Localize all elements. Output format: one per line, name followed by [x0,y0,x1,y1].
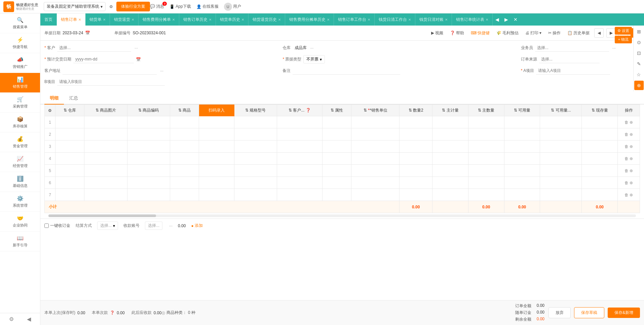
warehouse-more-icon[interactable]: ··· [310,46,313,50]
prev-record-btn[interactable]: ◀ [594,28,604,38]
tab-order-workbench[interactable]: 销售订单工作台 ✕ [334,13,375,26]
th-spec[interactable]: ⇅ 规格型号 [234,105,277,116]
tab-close-goods-history-icon[interactable]: ✕ [241,18,244,22]
row3-copy-icon[interactable]: ⊕ [630,144,633,149]
salesperson-input[interactable] [535,44,609,52]
tab-detail[interactable]: 明细 [44,92,64,105]
th-scan[interactable]: 扫码录入 [199,105,234,116]
row7-delete-icon[interactable]: 🗑 [624,193,629,197]
row2-copy-icon[interactable]: ⊕ [630,132,633,137]
th-image[interactable]: ⇅ 商品图片 [84,105,127,116]
video-btn[interactable]: ▶ 视频 [429,30,445,37]
sidebar-item-sales[interactable]: 📊 销售管理 [0,73,40,93]
right-panel-btn5[interactable]: ☆ [634,70,644,79]
profit-btn[interactable]: 🌾 毛利预估 [494,30,521,37]
add-material-button[interactable]: + 物流 [615,36,632,43]
b-project-input[interactable] [57,78,165,86]
one-click-checkbox-label[interactable]: 一键收订金 [44,223,70,229]
notes-input[interactable] [293,67,400,75]
th-qty2[interactable]: ⇅ 数量2 [400,105,432,116]
sidebar-collapse-icon[interactable]: ◀ [27,316,31,322]
save-draft-button[interactable]: 保存草稿 [574,307,604,318]
sidebar-item-quick-nav[interactable]: ⚡ 快捷导航 [0,33,40,53]
tab-close-all-button[interactable]: ✕ [511,17,520,22]
row5-delete-icon[interactable]: 🗑 [624,168,629,173]
tab-stats[interactable]: 销售订单统计表 ✕ [452,13,493,26]
th-main-qty[interactable]: ⇅ 主数量 [468,105,504,116]
tab-summary[interactable]: 汇总 [64,92,83,105]
tab-close-goods-return-icon[interactable]: ✕ [131,18,134,22]
sidebar-item-marketing[interactable]: 📣 营销推广 [0,53,40,73]
right-panel-btn3[interactable]: ⊡ [634,48,644,58]
row4-delete-icon[interactable]: 🗑 [624,156,629,161]
tab-close-icon[interactable]: ✕ [78,18,81,22]
right-panel-btn2[interactable]: ⊙ [634,38,644,47]
online-service[interactable]: 👤 在线客服 [196,4,219,9]
right-panel-btn6[interactable]: ⊕ [634,81,644,90]
footer-more-icon[interactable]: ··· [169,224,173,228]
history-btn[interactable]: 📋 历史单据 [565,30,592,37]
sidebar-item-inventory[interactable]: 📦 库存核算 [0,113,40,132]
row4-copy-icon[interactable]: ⊕ [630,156,633,161]
th-product[interactable]: ⇅ 商品 [170,105,199,116]
tab-return-history[interactable]: 销货退货历史 ✕ [249,13,285,26]
th-code[interactable]: ⇅ 商品编码 [127,105,170,116]
account-select[interactable]: 选择... [145,221,162,230]
tab-daily-reconcile[interactable]: 钱货日清对账 ✕ [415,13,452,26]
tab-home[interactable]: 首页 [40,13,57,26]
save-new-button[interactable]: 保存&新增 [608,308,640,318]
th-customer-code[interactable]: ⇅ 客户... ❓ [277,105,322,116]
row2-delete-icon[interactable]: 🗑 [624,132,629,137]
sidebar-item-finance[interactable]: 💰 资金管理 [0,132,40,152]
tab-close-daily-workbench-icon[interactable]: ✕ [408,18,411,22]
tab-close-daily-reconcile-icon[interactable]: ✕ [445,18,448,22]
one-click-checkbox[interactable] [44,224,49,228]
message-badge[interactable]: 💬 消息 9 [150,4,164,9]
tab-close-stats-icon[interactable]: ✕ [486,18,488,22]
th-warehouse[interactable]: ⇅ 仓库 [55,105,84,116]
sidebar-item-management[interactable]: 📈 经营管理 [0,152,40,172]
settings-button[interactable]: ⚙ 设置 [615,27,632,35]
tab-close-order-workbench-icon[interactable]: ✕ [368,18,370,22]
customer-more-icon[interactable]: ··· [135,46,138,50]
customer-addr-input[interactable] [63,67,157,75]
salesperson-more-icon[interactable]: ··· [612,46,616,50]
sidebar-item-enterprise[interactable]: 🤝 企业协同 [0,212,40,232]
sidebar-settings-icon[interactable]: ⚙ [9,316,14,322]
shortcut-btn[interactable]: ⌨ 快捷键 [469,30,492,37]
row-copy-icon[interactable]: ⊕ [630,120,633,125]
th-settings[interactable]: ⚙ [45,105,55,116]
th-available2[interactable]: ⇅ 可用量... [540,105,582,116]
tab-sales-fee[interactable]: 销售费用分摊单 ✕ [139,13,179,26]
th-unit[interactable]: ⇅ **销售单位 [351,105,400,116]
sidebar-item-basic-info[interactable]: ℹ️ 基础信息 [0,172,40,192]
tab-sales-order[interactable]: 销售订单 ✕ [57,13,85,26]
print-btn[interactable]: 🖨 打印 ▾ [523,30,543,37]
tab-goods-history[interactable]: 销货单历史 ✕ [216,13,249,26]
horizontal-scrollbar[interactable] [48,214,636,217]
row3-delete-icon[interactable]: 🗑 [624,144,629,149]
tab-close-return-history-icon[interactable]: ✕ [278,18,281,22]
th-attribute[interactable]: ⇅ 属性 [322,105,351,116]
tab-order-history[interactable]: 销售订单历史 ✕ [179,13,216,26]
tab-sales-return[interactable]: 销货单 ✕ [85,13,110,26]
sidebar-item-system[interactable]: ⚙️ 系统管理 [0,192,40,212]
sidebar-item-purchase[interactable]: 🛒 采购管理 [0,93,40,113]
addr-more-icon[interactable]: ··· [160,69,163,73]
delivery-date-input[interactable] [73,55,134,63]
settings-icon[interactable]: ⚙ [106,1,116,12]
calendar-icon[interactable]: 📅 [85,31,90,35]
a-project-input[interactable] [536,67,610,75]
tab-goods-return[interactable]: 销货退货 ✕ [110,13,139,26]
invoice-type-select[interactable]: 不开票 ▾ [303,55,325,64]
th-main-unit[interactable]: ⇅ 主计量 [432,105,468,116]
scrollbar-thumb[interactable] [48,214,156,217]
tab-close-order-history-icon[interactable]: ✕ [209,18,212,22]
operation-btn[interactable]: ✂ 操作 [546,30,563,37]
tab-close-sales-return-icon[interactable]: ✕ [103,18,106,22]
discard-button[interactable]: 放弃 [548,307,571,318]
th-current[interactable]: ⇅ 现存量 [582,105,618,116]
payment-method-select[interactable]: 选择... ▾ [97,221,118,230]
order-source-input[interactable] [539,55,600,63]
next-record-btn[interactable]: ▶ [606,28,616,38]
